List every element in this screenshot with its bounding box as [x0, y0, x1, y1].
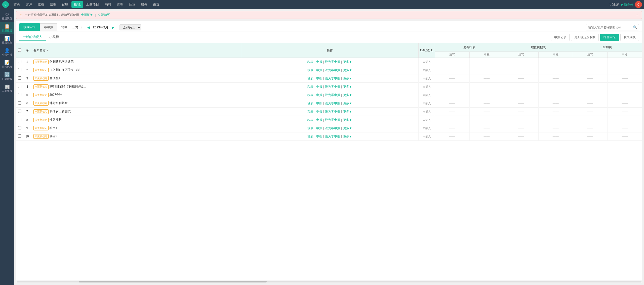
row-declare-link-1[interactable]: 申报 — [316, 68, 322, 72]
row-more-link-6[interactable]: 更多▼ — [343, 110, 352, 114]
sidebar-item-tax-records[interactable]: 📝 报税记录 — [0, 58, 14, 70]
row-tax-table-link-5[interactable]: 税表 — [307, 101, 313, 106]
row-checkbox-7[interactable] — [18, 118, 21, 121]
nav-tax[interactable]: 报税 — [71, 1, 83, 8]
row-checkbox-9[interactable] — [18, 134, 21, 138]
row-declare-link-3[interactable]: 申报 — [316, 85, 322, 89]
notice-close-btn[interactable]: ✕ — [636, 13, 639, 17]
row-more-link-2[interactable]: 更多▼ — [343, 76, 352, 81]
row-zero-declare-link-8[interactable]: 设为零申报 — [325, 126, 340, 130]
nav-home[interactable]: 首页 — [11, 1, 23, 8]
row-declare-link-5[interactable]: 申报 — [316, 101, 322, 106]
next-month-btn[interactable]: ▶ — [110, 25, 115, 30]
update-tax-btn[interactable]: 更新税定及取数 — [571, 34, 599, 41]
horizontal-scrollbar[interactable] — [16, 280, 642, 283]
user-avatar[interactable]: C — [635, 1, 642, 8]
row-more-link-5[interactable]: 更多▼ — [343, 101, 352, 106]
sidebar-item-personal-tax[interactable]: 👤 个税申报 — [0, 46, 14, 58]
sidebar-item-tax-overview[interactable]: 📊 报税总览 — [0, 34, 14, 46]
row-checkbox-4[interactable] — [18, 93, 21, 96]
apply-link[interactable]: 申报汇签 — [81, 13, 93, 17]
row-zero-declare-link-9[interactable]: 设为零申报 — [325, 134, 340, 139]
sort-icon[interactable]: ▼ — [46, 49, 49, 52]
row-tax-table-link-8[interactable]: 税表 — [307, 126, 313, 130]
tab-tax-declare[interactable]: 税款申报 — [19, 23, 40, 31]
row-zero-declare-link-7[interactable]: 设为零申报 — [325, 118, 340, 122]
tab-small-scale[interactable]: 小规模 — [46, 33, 63, 41]
row-declare-link-2[interactable]: 申报 — [316, 76, 322, 81]
row-declare-link-0[interactable]: 申报 — [316, 60, 322, 64]
row-zero-declare-link-5[interactable]: 设为零申报 — [325, 101, 340, 106]
nav-service[interactable]: 服务 — [138, 1, 150, 8]
fullscreen-btn[interactable]: ⛶ 全屏 — [610, 3, 619, 7]
row-zero-declare-link-1[interactable]: 设为零申报 — [325, 68, 340, 72]
row-zero-declare-link-2[interactable]: 设为零申报 — [325, 76, 340, 81]
row-more-link-7[interactable]: 更多▼ — [343, 118, 352, 122]
tab-zero-declare[interactable]: 零申报 — [40, 23, 57, 31]
row-declare-link-4[interactable]: 申报 — [316, 93, 322, 97]
row-tax-table-link-2[interactable]: 税表 — [307, 76, 313, 81]
nav-business[interactable]: 工商项目 — [84, 1, 102, 8]
row-more-link-8[interactable]: 更多▼ — [343, 126, 352, 130]
row-more-link-1[interactable]: 更多▼ — [343, 68, 352, 72]
nav-settings[interactable]: 设置 — [150, 1, 162, 8]
row-checkbox-6[interactable] — [18, 110, 21, 113]
row-declare-link-9[interactable]: 申报 — [316, 134, 322, 139]
nav-invoice[interactable]: 票据 — [47, 1, 59, 8]
select-all-checkbox[interactable] — [18, 49, 21, 52]
row-checkbox-5[interactable] — [18, 101, 21, 105]
declare-records-btn[interactable]: 申报记录 — [551, 34, 570, 41]
row-tax-table-link-9[interactable]: 税表 — [307, 134, 313, 139]
search-input[interactable] — [586, 25, 631, 30]
row-more-link-3[interactable]: 更多▼ — [343, 85, 352, 89]
row-zero-declare-link-0[interactable]: 设为零申报 — [325, 60, 340, 64]
collect-receipt-btn[interactable]: 收取回执 — [620, 34, 639, 41]
sidebar-item-tax-settings[interactable]: ⚙ 报税设置 — [0, 10, 14, 22]
sidebar-item-annual-settlement[interactable]: 🔢 汇算清缴 — [0, 70, 14, 82]
row-tax-table-link-7[interactable]: 税表 — [307, 118, 313, 122]
sidebar-item-annual-report[interactable]: 🏢 工商年报 — [0, 82, 14, 94]
row-checkbox-8[interactable] — [18, 126, 21, 129]
row-zero-declare-link-4[interactable]: 设为零申报 — [325, 93, 340, 97]
row-checkbox-0[interactable] — [18, 60, 21, 63]
action-bar: 一般的纳税人 小规模 申报记录 更新税定及取数 批量申报 收取回执 — [16, 31, 642, 43]
row-ca-status-8: 未插入 — [418, 124, 435, 132]
scrollbar-track[interactable] — [17, 281, 641, 282]
search-btn[interactable]: 🔍 — [631, 24, 639, 30]
row-more-link-4[interactable]: 更多▼ — [343, 93, 352, 97]
row-tax-table-link-6[interactable]: 税表 — [307, 110, 313, 114]
nav-operation[interactable]: 经营 — [126, 1, 138, 8]
row-tax-write-0: —— — [504, 58, 538, 66]
sidebar-item-batch-tax[interactable]: 📋 批量报税 — [0, 22, 14, 34]
row-added-write-3: —— — [573, 83, 607, 91]
nav-customer[interactable]: 客户 — [23, 1, 35, 8]
row-declare-link-8[interactable]: 申报 — [316, 126, 322, 130]
employee-select[interactable]: 全部员工 — [119, 24, 141, 30]
row-checkbox-1[interactable] — [18, 68, 21, 71]
row-tax-table-link-0[interactable]: 税表 — [307, 60, 313, 64]
row-checkbox-3[interactable] — [18, 85, 21, 88]
scrollbar-thumb[interactable] — [79, 281, 266, 282]
row-zero-declare-link-6[interactable]: 设为零申报 — [325, 110, 340, 114]
info-icon[interactable]: ℹ — [80, 26, 82, 29]
prev-month-btn[interactable]: ◀ — [86, 25, 91, 30]
nav-billing[interactable]: 收费 — [35, 1, 47, 8]
logo[interactable]: C — [2, 1, 9, 8]
row-more-link-0[interactable]: 更多▼ — [343, 60, 352, 64]
row-tax-table-link-1[interactable]: 税表 — [307, 68, 313, 72]
row-tax-table-link-4[interactable]: 税表 — [307, 93, 313, 97]
row-ca-status-3: 未插入 — [418, 83, 435, 91]
upgrade-btn[interactable]: ▶ 畅会员 — [621, 3, 633, 7]
row-declare-link-7[interactable]: 申报 — [316, 118, 322, 122]
nav-message[interactable]: 消息 — [102, 1, 114, 8]
nav-manage[interactable]: 管理 — [114, 1, 126, 8]
tab-general-taxpayer[interactable]: 一般的纳税人 — [19, 33, 46, 41]
row-zero-declare-link-3[interactable]: 设为零申报 — [325, 85, 340, 89]
batch-declare-btn[interactable]: 批量申报 — [600, 34, 619, 41]
row-tax-table-link-3[interactable]: 税表 — [307, 85, 313, 89]
row-more-link-9[interactable]: 更多▼ — [343, 134, 352, 139]
row-checkbox-2[interactable] — [18, 76, 21, 80]
row-declare-link-6[interactable]: 申报 — [316, 110, 322, 114]
buy-link[interactable]: 立即购买 — [98, 13, 110, 17]
nav-bookkeeping[interactable]: 记账 — [59, 1, 71, 8]
